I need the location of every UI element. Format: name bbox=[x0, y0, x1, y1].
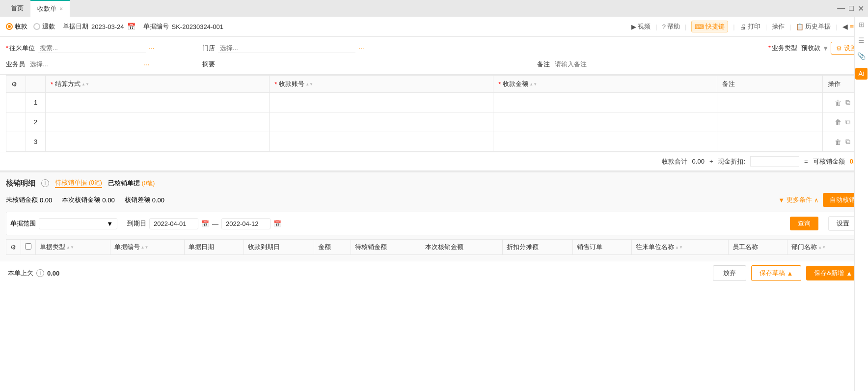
verify-settings-col[interactable]: ⚙ bbox=[6, 240, 21, 255]
current-amount: 本次核销金额 0.00 bbox=[62, 196, 114, 204]
verify-check-all[interactable] bbox=[25, 243, 31, 250]
verify-info-icon[interactable]: i bbox=[41, 179, 49, 187]
radio-receipt-label: 收款 bbox=[15, 22, 27, 31]
verify-tab-done[interactable]: 已核销单据 (0笔) bbox=[108, 179, 155, 188]
staff-more-icon[interactable]: ··· bbox=[144, 60, 150, 68]
radio-receipt-dot bbox=[6, 23, 13, 30]
date-from-input[interactable] bbox=[149, 218, 198, 229]
account-sort-icon[interactable]: ▲▼ bbox=[305, 82, 313, 86]
done-count: (0笔) bbox=[142, 179, 155, 188]
verify-checkbox-col[interactable] bbox=[21, 240, 36, 255]
more-conditions-btn[interactable]: ▼ 更多条件 ∧ bbox=[778, 196, 819, 204]
row-settlement-2[interactable] bbox=[46, 112, 270, 132]
row-copy-icon-3[interactable]: ⧉ bbox=[845, 138, 850, 146]
verify-header: 核销明细 i 待核销单据 (0笔) 已核销单据 (0笔) bbox=[6, 178, 862, 188]
row-amount-1[interactable] bbox=[493, 93, 717, 112]
video-btn[interactable]: ▶ 视频 bbox=[631, 22, 651, 31]
diff-amount: 核销差额 0.00 bbox=[125, 196, 164, 204]
shortcut-btn[interactable]: ⌨ 快捷键 bbox=[691, 21, 728, 32]
date-to-input[interactable] bbox=[221, 218, 271, 229]
table-header-row: ⚙ * 结算方式 ▲▼ * 收款账号 ▲▼ bbox=[6, 76, 862, 93]
remark-input[interactable] bbox=[553, 59, 700, 69]
help-btn[interactable]: ? 帮助 bbox=[662, 22, 680, 31]
row-remark-2[interactable] bbox=[717, 112, 823, 132]
row-remark-3[interactable] bbox=[717, 132, 823, 152]
print-btn[interactable]: 🖨 打印 bbox=[740, 22, 760, 31]
row-copy-icon-1[interactable]: ⧉ bbox=[845, 98, 850, 107]
history-btn[interactable]: 📋 历史单据 bbox=[796, 22, 831, 31]
discount-label: 现金折扣: bbox=[718, 157, 745, 166]
counterpart-more-icon[interactable]: ··· bbox=[149, 44, 155, 52]
tab-home[interactable]: 首页 bbox=[4, 0, 30, 17]
prev-layout-icon[interactable]: ◀ bbox=[842, 23, 848, 30]
row-account-3[interactable] bbox=[270, 132, 493, 152]
verify-tab-pending[interactable]: 待核销单据 (0笔) bbox=[55, 178, 102, 188]
verify-counterpart-header: 往来单位名称 ▲▼ bbox=[632, 240, 729, 255]
range-select[interactable]: ▼ bbox=[39, 218, 117, 229]
window-controls: — □ ✕ bbox=[837, 4, 864, 13]
row-account-1[interactable] bbox=[270, 93, 493, 112]
counterpart-sort-icon[interactable]: ▲▼ bbox=[675, 245, 683, 250]
number-value: SK-20230324-001 bbox=[172, 23, 224, 30]
radio-receipt[interactable]: 收款 bbox=[6, 22, 27, 31]
number-sort-icon[interactable]: ▲▼ bbox=[141, 245, 149, 250]
discount-input[interactable] bbox=[750, 156, 799, 167]
minimize-btn[interactable]: — bbox=[837, 4, 845, 13]
row-settlement-1[interactable] bbox=[46, 93, 270, 112]
date-calendar-icon[interactable]: 📅 bbox=[127, 23, 136, 30]
counterpart-input[interactable] bbox=[38, 43, 146, 53]
row-delete-icon-2[interactable]: 🗑 bbox=[835, 118, 841, 126]
calendar-from-icon[interactable]: 📅 bbox=[201, 220, 209, 227]
table-row: 2 🗑 ⧉ bbox=[6, 112, 862, 132]
sidebar-clip-icon[interactable]: 📎 bbox=[857, 52, 866, 60]
verify-settings-btn[interactable]: 设置 bbox=[828, 216, 858, 231]
dropdown-icon[interactable]: ▼ bbox=[822, 45, 829, 52]
row-amount-3[interactable] bbox=[493, 132, 717, 152]
calendar-to-icon[interactable]: 📅 bbox=[273, 220, 281, 227]
operations-btn[interactable]: 操作 bbox=[772, 22, 785, 31]
radio-refund[interactable]: 退款 bbox=[33, 22, 55, 31]
close-btn[interactable]: ✕ bbox=[858, 4, 864, 13]
row-delete-icon-3[interactable]: 🗑 bbox=[835, 138, 841, 146]
query-btn[interactable]: 查询 bbox=[790, 217, 818, 230]
store-more-icon[interactable]: ··· bbox=[358, 44, 364, 52]
tab-receipt[interactable]: 收款单 × bbox=[30, 0, 70, 17]
row-copy-icon-2[interactable]: ⧉ bbox=[845, 118, 850, 126]
form-row-2: 业务员 ··· 摘要 备注 bbox=[6, 59, 862, 69]
staff-field: 业务员 ··· bbox=[6, 59, 192, 69]
maximize-btn[interactable]: □ bbox=[849, 4, 854, 13]
sidebar-ai-icon[interactable]: Ai bbox=[855, 68, 867, 80]
summary-field: 摘要 bbox=[202, 59, 527, 69]
row-amount-2[interactable] bbox=[493, 112, 717, 132]
staff-input[interactable] bbox=[28, 59, 141, 69]
table-account-header: * 收款账号 ▲▼ bbox=[270, 76, 493, 93]
table-settings-col[interactable]: ⚙ bbox=[6, 76, 26, 93]
sidebar-table-icon[interactable]: ⊞ bbox=[859, 21, 865, 28]
table-settlement-header: * 结算方式 ▲▼ bbox=[46, 76, 270, 93]
bottom-info-icon[interactable]: i bbox=[36, 269, 44, 277]
save-new-dropdown-icon: ▲ bbox=[846, 270, 852, 277]
row-remark-1[interactable] bbox=[717, 93, 823, 112]
layout-list-icon[interactable]: ≡ bbox=[850, 23, 854, 30]
bottom-actions: 放弃 保存草稿 ▲ 保存&新增 ▲ bbox=[713, 265, 860, 281]
settlement-sort-icon[interactable]: ▲▼ bbox=[81, 82, 89, 86]
dept-sort-icon[interactable]: ▲▼ bbox=[818, 245, 826, 250]
receipt-table: ⚙ * 结算方式 ▲▼ * 收款账号 ▲▼ bbox=[6, 75, 862, 152]
save-new-btn[interactable]: 保存&新增 ▲ bbox=[806, 266, 860, 280]
store-input[interactable] bbox=[218, 43, 355, 53]
row-settlement-3[interactable] bbox=[46, 132, 270, 152]
summary-input[interactable] bbox=[218, 59, 375, 69]
radio-refund-dot bbox=[33, 23, 40, 30]
row-actions-1: 🗑 ⧉ bbox=[828, 98, 857, 107]
amount-sort-icon[interactable]: ▲▼ bbox=[529, 82, 537, 86]
type-sort-icon[interactable]: ▲▼ bbox=[66, 245, 74, 250]
date-field: 单据日期 2023-03-24 📅 bbox=[63, 22, 136, 31]
row-account-2[interactable] bbox=[270, 112, 493, 132]
tab-close-icon[interactable]: × bbox=[59, 5, 63, 12]
keyboard-icon: ⌨ bbox=[695, 23, 704, 30]
save-draft-btn[interactable]: 保存草稿 ▲ bbox=[751, 265, 802, 281]
row-delete-icon-1[interactable]: 🗑 bbox=[835, 99, 841, 107]
verify-title: 核销明细 bbox=[6, 179, 35, 188]
abandon-btn[interactable]: 放弃 bbox=[713, 265, 746, 281]
sidebar-list-icon[interactable]: ☰ bbox=[858, 36, 865, 44]
